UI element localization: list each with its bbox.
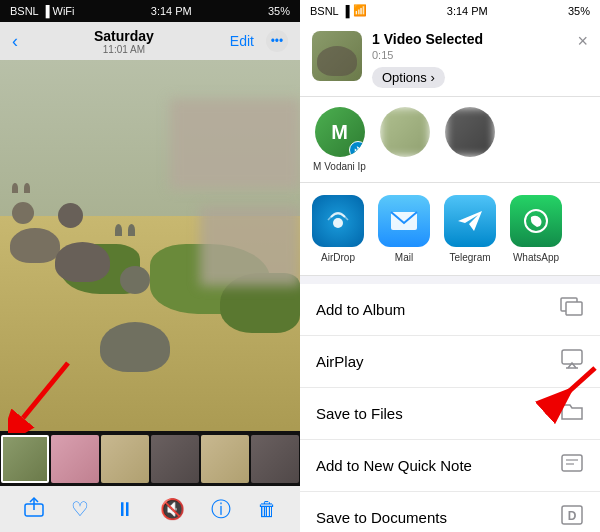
app-item-airdrop[interactable]: AirDrop	[312, 195, 364, 263]
action-label-album: Add to Album	[316, 301, 405, 318]
airplay-svg	[560, 349, 584, 369]
action-label-airplay: AirPlay	[316, 353, 364, 370]
people-row[interactable]: M ✈ M Vodani Ip	[300, 97, 600, 183]
mail-label: Mail	[395, 252, 413, 263]
avatar-m: M ✈	[315, 107, 365, 157]
filmstrip-item-1[interactable]	[51, 435, 99, 483]
filmstrip[interactable]	[0, 431, 300, 486]
whatsapp-svg	[522, 207, 550, 235]
cat-3-ear-r	[128, 224, 135, 236]
airdrop-label: AirDrop	[321, 252, 355, 263]
signal-icon: ▐	[42, 5, 50, 17]
nav-actions: Edit •••	[230, 30, 288, 52]
airdrop-icon	[312, 195, 364, 247]
app-item-telegram[interactable]: Telegram	[444, 195, 496, 263]
cat-2-body	[55, 242, 110, 282]
filmstrip-item-2[interactable]	[101, 435, 149, 483]
mute-button[interactable]: 🔇	[160, 497, 185, 521]
heart-button[interactable]: ♡	[71, 497, 89, 521]
action-add-quick-note[interactable]: Add to New Quick Note	[300, 440, 600, 492]
more-button[interactable]: •••	[266, 30, 288, 52]
apps-row: AirDrop Mail Telegram	[300, 183, 600, 276]
avatar-blurred-dark-2	[445, 107, 495, 157]
airdrop-svg	[324, 207, 352, 235]
cat-1-ear-r	[24, 183, 30, 193]
action-save-to-files[interactable]: Save to Files	[300, 388, 600, 440]
telegram-svg	[456, 207, 484, 235]
title-block: Saturday 11:01 AM	[94, 28, 154, 55]
carrier-text: BSNL	[10, 5, 39, 17]
blur-mid-right	[200, 206, 300, 286]
svg-rect-13	[562, 455, 582, 471]
share-thumbnail	[312, 31, 362, 81]
cat-1-body	[10, 228, 60, 263]
share-close-button[interactable]: ×	[577, 31, 588, 52]
share-sheet: 1 Video Selected 0:15 Options › × M ✈ M …	[300, 21, 600, 532]
mail-icon	[378, 195, 430, 247]
person-name-0: M Vodani Ip	[313, 161, 366, 172]
whatsapp-icon	[510, 195, 562, 247]
person-item-1[interactable]	[377, 107, 432, 172]
left-panel: BSNL ▐ WiFi 3:14 PM 35% ‹ Saturday 11:01…	[0, 0, 300, 532]
red-arrow-left	[8, 353, 88, 437]
right-battery: 35%	[568, 5, 590, 17]
action-icon-album	[560, 297, 584, 322]
cat-1-ear-l	[12, 183, 18, 193]
app-item-whatsapp[interactable]: WhatsApp	[510, 195, 562, 263]
filmstrip-item-5[interactable]	[251, 435, 299, 483]
bottom-toolbar: ♡ ⏸ 🔇 ⓘ 🗑	[0, 486, 300, 532]
filmstrip-item-0[interactable]	[1, 435, 49, 483]
action-icon-documents: D	[560, 505, 584, 530]
album-svg	[560, 297, 584, 317]
action-label-quicknote: Add to New Quick Note	[316, 457, 472, 474]
person-avatar-1	[380, 107, 430, 157]
svg-rect-8	[566, 302, 582, 315]
share-header-info: 1 Video Selected 0:15 Options ›	[372, 31, 567, 88]
person-item-2[interactable]	[442, 107, 497, 172]
files-svg	[560, 401, 584, 421]
red-arrow-svg-left	[8, 353, 88, 433]
left-status-left: BSNL ▐ WiFi	[10, 5, 75, 17]
action-icon-airplay	[560, 349, 584, 374]
action-add-to-album[interactable]: Add to Album	[300, 284, 600, 336]
app-item-mail[interactable]: Mail	[378, 195, 430, 263]
nav-subtitle: 11:01 AM	[103, 44, 145, 55]
share-icon	[23, 496, 45, 518]
svg-text:D: D	[568, 509, 577, 523]
edit-button[interactable]: Edit	[230, 33, 254, 49]
battery-text: 35%	[268, 5, 290, 17]
info-button[interactable]: ⓘ	[211, 496, 231, 523]
right-time: 3:14 PM	[447, 5, 488, 17]
svg-point-4	[333, 218, 343, 228]
right-status-left: BSNL ▐ 📶	[310, 4, 367, 17]
share-title: 1 Video Selected	[372, 31, 567, 47]
filmstrip-item-3[interactable]	[151, 435, 199, 483]
cat-3-body	[100, 322, 170, 372]
right-signal-icon: ▐	[342, 5, 350, 17]
action-airplay[interactable]: AirPlay	[300, 336, 600, 388]
cat-2-head	[58, 203, 83, 228]
documents-svg: D	[560, 505, 584, 525]
nav-title: Saturday	[94, 28, 154, 44]
telegram-label: Telegram	[449, 252, 490, 263]
action-save-to-documents[interactable]: Save to Documents D	[300, 492, 600, 532]
left-status-right: 35%	[268, 5, 290, 17]
left-nav-bar: ‹ Saturday 11:01 AM Edit •••	[0, 22, 300, 60]
action-list: Add to Album AirPlay	[300, 284, 600, 532]
action-label-files: Save to Files	[316, 405, 403, 422]
action-icon-quicknote	[560, 453, 584, 478]
trash-button[interactable]: 🗑	[257, 498, 277, 521]
options-button[interactable]: Options ›	[372, 67, 445, 88]
share-button[interactable]	[23, 496, 45, 523]
svg-line-1	[23, 363, 68, 418]
filmstrip-item-4[interactable]	[201, 435, 249, 483]
back-button[interactable]: ‹	[12, 31, 18, 52]
cat-1-head	[12, 202, 34, 224]
mail-svg	[390, 211, 418, 231]
cat-3-head	[120, 266, 150, 294]
avatar-blurred-1	[380, 107, 430, 157]
pause-button[interactable]: ⏸	[115, 498, 135, 521]
person-avatar-0: M ✈	[315, 107, 365, 157]
person-item-0[interactable]: M ✈ M Vodani Ip	[312, 107, 367, 172]
left-status-bar: BSNL ▐ WiFi 3:14 PM 35%	[0, 0, 300, 22]
